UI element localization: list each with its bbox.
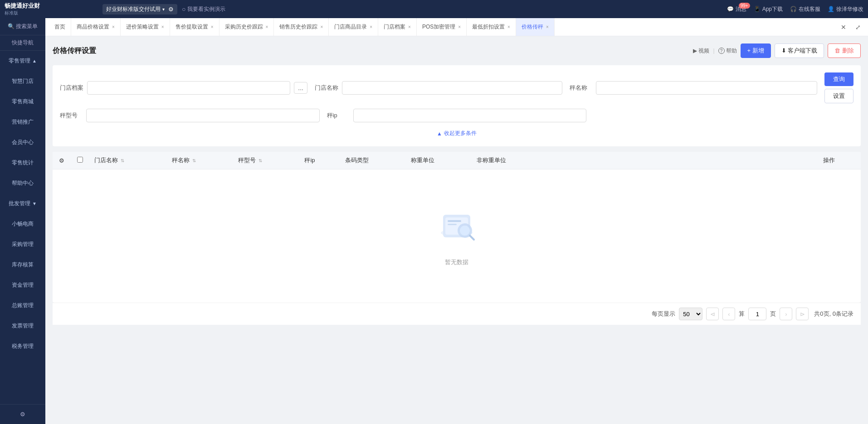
tab-pos-mgmt[interactable]: POS加密管理 × [417, 18, 467, 36]
tab-home[interactable]: 首页 [49, 18, 71, 36]
tab-store-catalog[interactable]: 门店商品目录 × [329, 18, 378, 36]
table-header-settings[interactable]: ⚙ [53, 152, 71, 169]
add-button[interactable]: + 新增 [741, 43, 771, 58]
sidebar-item-retail-stats[interactable]: 零售统计 [0, 153, 45, 173]
page-input[interactable] [748, 308, 766, 320]
sidebar-item-marketing[interactable]: 营销推广 [0, 112, 45, 132]
tab-close-product-price[interactable]: × [112, 24, 115, 29]
sidebar-item-member-center[interactable]: 会员中心 [0, 132, 45, 153]
page-content: 价格传秤设置 ▶ 视频 | ? 帮助 + 新增 [45, 36, 868, 424]
sidebar-item-help-center[interactable]: 帮助中心 [0, 173, 45, 193]
sidebar-item-label: 零售统计 [12, 159, 34, 167]
sidebar-item-smart-store[interactable]: 智慧门店 [0, 71, 45, 92]
tab-store-profile[interactable]: 门店档案 × [378, 18, 417, 36]
user-btn[interactable]: 👤 徐泽华修改 [828, 5, 863, 13]
pagination-summary: 共0页, 0条记录 [814, 310, 853, 318]
tab-close-price-scale[interactable]: × [546, 24, 549, 29]
svg-rect-7 [448, 224, 457, 225]
per-page-label: 每页显示 [652, 310, 675, 318]
select-all-checkbox[interactable] [77, 157, 83, 163]
message-btn[interactable]: 💬 消息 99+ [727, 5, 746, 13]
video-link[interactable]: ▶ 视频 [693, 47, 709, 55]
sidebar-item-tax-mgmt[interactable]: 税务管理 [0, 336, 45, 357]
scale-model-field: 秤型号 [60, 109, 320, 122]
scale-name-input[interactable] [596, 81, 817, 95]
search-icon: 🔍 [8, 23, 15, 29]
set-button[interactable]: 设置 [824, 89, 853, 103]
tab-price-scale[interactable]: 价格传秤 × [516, 18, 555, 36]
demo-link[interactable]: ○ 我要看实例演示 [182, 5, 225, 13]
sidebar-settings-btn[interactable]: ⚙ [0, 404, 45, 424]
pagination-first-btn[interactable]: ⊲ [706, 308, 719, 320]
version-selector[interactable]: 好业财标准版交付试用 ▾ ⚙ [102, 4, 177, 14]
sidebar-quick-nav[interactable]: 快捷导航 [0, 35, 45, 51]
video-icon: ▶ [693, 48, 697, 54]
message-badge: 99+ [739, 3, 750, 9]
tab-close-sale-history[interactable]: × [320, 24, 323, 29]
table-header-checkbox[interactable] [71, 152, 89, 169]
tab-sale-extract[interactable]: 售价提取设置 × [170, 18, 219, 36]
collapse-btn[interactable]: ▲ 收起更多条件 [433, 128, 480, 139]
scale-ip-field: 秤ip [327, 109, 587, 122]
sidebar-item-label: 总账管理 [12, 302, 34, 309]
pagination-bar: 每页显示 10 20 50 100 ⊲ ‹ 算 页 › ⊳ 共0页, 0条记录 [53, 303, 861, 325]
sidebar-item-general-ledger[interactable]: 总账管理 [0, 295, 45, 316]
store-profile-dots-btn[interactable]: ... [294, 82, 307, 94]
store-profile-input[interactable] [87, 81, 290, 95]
sidebar-item-retail-mgmt[interactable]: 零售管理 ▲ [0, 51, 45, 71]
tab-expand-btn[interactable]: ⤢ [852, 22, 864, 33]
tab-close-store-profile[interactable]: × [408, 24, 411, 29]
empty-text: 暂无数据 [445, 258, 468, 266]
sidebar-item-label: 帮助中心 [12, 179, 34, 187]
sidebar-search[interactable]: 🔍 搜索菜单 [0, 18, 45, 35]
pagination-prev-btn[interactable]: ‹ [722, 308, 735, 320]
tab-bar-controls: ✕ ⤢ [837, 22, 864, 33]
sidebar-item-xiaochang-ec[interactable]: 小畅电商 [0, 214, 45, 234]
sidebar-item-invoice-mgmt[interactable]: 发票管理 [0, 316, 45, 336]
tab-close-store-catalog[interactable]: × [370, 24, 372, 29]
sidebar-item-funds-mgmt[interactable]: 资金管理 [0, 275, 45, 295]
svg-line-5 [470, 236, 474, 240]
store-name-input[interactable] [342, 81, 562, 95]
scale-model-input[interactable] [86, 109, 320, 122]
help-link[interactable]: ? 帮助 [718, 47, 737, 55]
download-button[interactable]: ⬇ 客户端下载 [775, 43, 824, 58]
tab-purchase-strategy[interactable]: 进价策略设置 × [121, 18, 170, 36]
tab-min-discount[interactable]: 最低折扣设置 × [467, 18, 516, 36]
search-actions: 查询 设置 [824, 72, 853, 103]
pagination-next-btn[interactable]: › [780, 308, 792, 320]
pagination-last-btn[interactable]: ⊳ [796, 308, 809, 320]
sidebar-item-label: 零售商城 [12, 98, 34, 106]
col-store-name: 门店名称 ⇅ [89, 152, 166, 169]
tab-close-pos-mgmt[interactable]: × [458, 24, 461, 29]
tab-close-sale-extract[interactable]: × [211, 24, 214, 29]
logo-text: 畅捷通好业财 [5, 2, 40, 10]
empty-icon [434, 206, 479, 251]
arrow-down-icon: ▼ [32, 201, 37, 206]
settings-icon[interactable]: ⚙ [168, 6, 174, 13]
query-button[interactable]: 查询 [824, 72, 853, 86]
sidebar-item-purchase-mgmt[interactable]: 采购管理 [0, 234, 45, 255]
sidebar-item-wholesale-mgmt[interactable]: 批发管理 ▼ [0, 193, 45, 214]
store-profile-label: 门店档案 [60, 84, 83, 92]
sidebar-item-inventory[interactable]: 库存核算 [0, 255, 45, 275]
delete-button[interactable]: 🗑 删除 [828, 43, 861, 58]
tab-product-price[interactable]: 商品价格设置 × [71, 18, 121, 36]
headset-icon: 🎧 [790, 6, 797, 12]
online-service-btn[interactable]: 🎧 在线客服 [790, 5, 820, 13]
tab-sale-history[interactable]: 销售历史价跟踪 × [274, 18, 329, 36]
collapse-up-icon: ▲ [437, 130, 442, 137]
tab-purchase-history[interactable]: 采购历史价跟踪 × [219, 18, 274, 36]
sidebar-item-retail-mall[interactable]: 零售商城 [0, 92, 45, 112]
tab-close-btn[interactable]: ✕ [837, 22, 850, 33]
tab-close-min-discount[interactable]: × [507, 24, 510, 29]
app-download-btn[interactable]: 📱 App下载 [754, 5, 783, 13]
search-panel: 门店档案 ... 门店名称 秤名称 [53, 65, 861, 146]
table-settings-icon[interactable]: ⚙ [59, 157, 64, 164]
store-name-label: 门店名称 [315, 84, 338, 92]
tab-close-purchase-strategy[interactable]: × [161, 24, 164, 29]
per-page-select[interactable]: 10 20 50 100 [679, 308, 702, 320]
col-scale-name: 秤名称 ⇅ [166, 152, 233, 169]
scale-ip-input[interactable] [353, 109, 587, 122]
tab-close-purchase-history[interactable]: × [266, 24, 268, 29]
